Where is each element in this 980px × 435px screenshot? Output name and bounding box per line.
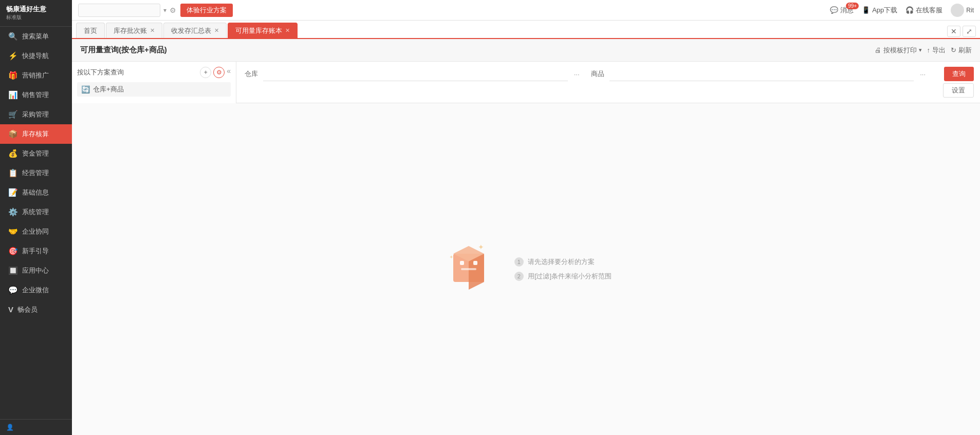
scheme-header: 按以下方案查询 + ⚙ «	[77, 67, 231, 78]
page-title: 可用量查询(按仓库+商品)	[80, 45, 167, 55]
logo-sub: 标准版	[6, 14, 66, 21]
tab-close-icon[interactable]: ✕	[150, 27, 155, 34]
collapse-icon[interactable]: «	[227, 67, 231, 78]
scheme-icon: 🔄	[81, 85, 90, 93]
sidebar-item-app[interactable]: 🔲 应用中心	[0, 261, 72, 280]
edit-scheme-button[interactable]: ⚙	[213, 67, 225, 78]
tab-close-icon[interactable]: ✕	[285, 27, 290, 34]
tabs-bar: 首页 库存批次账 ✕ 收发存汇总表 ✕ 可用量库存账本 ✕ ✕ ⤢	[72, 21, 980, 39]
footer-icon: 👤	[6, 424, 14, 431]
tab-receipt-summary[interactable]: 收发存汇总表 ✕	[163, 23, 227, 38]
goods-input[interactable]	[609, 67, 914, 81]
sidebar-item-purchase[interactable]: 🛒 采购管理	[0, 105, 72, 124]
chevron-down-icon[interactable]: ▾	[163, 7, 167, 14]
sidebar-item-label: 新手引导	[22, 247, 49, 256]
tip-text-1: 请先选择要分析的方案	[528, 257, 595, 267]
avatar	[951, 4, 964, 17]
sidebar-item-label: 应用中心	[22, 266, 49, 275]
sidebar-item-shortcut[interactable]: ⚡ 快捷导航	[0, 46, 72, 66]
clipboard-icon: 📋	[8, 168, 18, 178]
svg-text:✦: ✦	[449, 254, 453, 260]
app-download-label: App下载	[872, 6, 897, 15]
sidebar-scroll: 🔍 搜索菜单 ⚡ 快捷导航 🎁 营销推广 📊 销售管理 🛒 采购管理 📦 库存核…	[0, 27, 72, 419]
scheme-header-label: 按以下方案查询	[77, 68, 124, 77]
tab-close-icon[interactable]: ✕	[214, 27, 219, 34]
sidebar-footer: 👤	[0, 419, 72, 435]
sidebar-item-label: 库存核算	[22, 129, 49, 139]
export-action[interactable]: ↑ 导出	[927, 46, 946, 55]
sidebar-item-cooperation[interactable]: 🤝 企业协同	[0, 222, 72, 241]
sidebar-item-label: 企业协同	[22, 227, 49, 236]
message-action[interactable]: 💬 消息 99+	[830, 6, 854, 15]
logo-title: 畅康通好生意	[6, 5, 66, 14]
sidebar-item-finance[interactable]: 💰 资金管理	[0, 144, 72, 163]
sidebar-item-label: 畅会员	[17, 305, 38, 314]
warehouse-input[interactable]	[263, 67, 568, 81]
refresh-label: 刷新	[958, 46, 972, 55]
page-header: 可用量查询(按仓库+商品) 🖨 按模板打印 ▾ ↑ 导出 ↻ 刷新	[72, 39, 980, 62]
add-scheme-button[interactable]: +	[200, 67, 211, 78]
tab-batch-account[interactable]: 库存批次账 ✕	[106, 23, 162, 38]
sidebar-item-label: 营销推广	[22, 71, 49, 80]
page-content: 可用量查询(按仓库+商品) 🖨 按模板打印 ▾ ↑ 导出 ↻ 刷新	[72, 39, 980, 435]
vip-icon: V	[8, 305, 13, 314]
sidebar-item-marketing[interactable]: 🎁 营销推广	[0, 66, 72, 85]
sidebar-item-sales[interactable]: 📊 销售管理	[0, 85, 72, 105]
svg-rect-4	[473, 261, 477, 265]
scheme-panel: 按以下方案查询 + ⚙ « 🔄 仓库+商品	[72, 62, 236, 103]
empty-state: ✦ ✦ 1 请先选择要分析的方案 2 用[过滤]条件来缩小分析范围	[72, 103, 980, 435]
customer-service-action[interactable]: 🎧 在线客服	[905, 6, 942, 15]
scheme-item-warehouse-goods[interactable]: 🔄 仓库+商品	[77, 82, 231, 97]
sidebar-item-search[interactable]: 🔍 搜索菜单	[0, 27, 72, 46]
empty-tip-2: 2 用[过滤]条件来缩小分析范围	[514, 272, 612, 281]
refresh-action[interactable]: ↻ 刷新	[951, 46, 972, 55]
empty-tip-1: 1 请先选择要分析的方案	[514, 257, 612, 267]
query-button[interactable]: 查询	[944, 67, 974, 81]
tip-number-2: 2	[514, 272, 524, 281]
svg-rect-5	[461, 268, 476, 270]
message-icon: 💬	[830, 6, 838, 14]
tab-home[interactable]: 首页	[76, 23, 105, 38]
phone-icon: 📱	[862, 6, 870, 14]
filter-area: 仓库 ··· 商品 ···	[236, 62, 937, 103]
chart-icon: 📊	[8, 90, 18, 100]
sidebar-item-member[interactable]: V 畅会员	[0, 300, 72, 319]
target-icon: 🎯	[8, 247, 18, 256]
sidebar-item-label: 搜索菜单	[22, 32, 49, 41]
scheme-item-label: 仓库+商品	[93, 85, 124, 94]
sidebar-item-label: 企业微信	[22, 286, 49, 295]
settings-button[interactable]: 设置	[943, 83, 974, 98]
chat-icon: 💬	[8, 286, 18, 295]
handshake-icon: 🤝	[8, 227, 18, 236]
topbar-search-area: ▾ ⚙	[78, 4, 176, 17]
print-label: 按模板打印	[883, 46, 917, 55]
tab-available-qty[interactable]: 可用量库存账本 ✕	[228, 23, 298, 38]
print-action[interactable]: 🖨 按模板打印 ▾	[875, 46, 922, 55]
sidebar-logo: 畅康通好生意 标准版	[0, 0, 72, 27]
filter-row-warehouse: 仓库 ··· 商品 ···	[245, 67, 929, 81]
warehouse-more-button[interactable]: ···	[571, 69, 583, 79]
empty-svg-icon: ✦ ✦	[440, 238, 497, 295]
industry-button[interactable]: 体验行业方案	[180, 4, 233, 17]
sidebar-item-operations[interactable]: 📋 经营管理	[0, 163, 72, 183]
sidebar-item-system[interactable]: ⚙️ 系统管理	[0, 202, 72, 222]
tab-expand-button[interactable]: ⤢	[963, 26, 976, 37]
sidebar-item-inventory[interactable]: 📦 库存核算	[0, 124, 72, 144]
user-avatar-action[interactable]: Rit	[951, 4, 974, 17]
goods-more-button[interactable]: ···	[917, 69, 929, 79]
sidebar-item-basic[interactable]: 📝 基础信息	[0, 183, 72, 202]
sidebar-item-label: 销售管理	[22, 90, 49, 100]
sidebar-item-label: 基础信息	[22, 188, 49, 197]
tip-text-2: 用[过滤]条件来缩小分析范围	[528, 272, 612, 281]
sidebar-item-label: 采购管理	[22, 110, 49, 119]
refresh-icon: ↻	[951, 46, 956, 54]
sidebar-item-guide[interactable]: 🎯 新手引导	[0, 241, 72, 261]
app-download-action[interactable]: 📱 App下载	[862, 6, 897, 15]
app-icon: 🔲	[8, 266, 18, 275]
sidebar-item-label: 资金管理	[22, 149, 49, 158]
topbar-search-input[interactable]	[78, 4, 160, 17]
sidebar-item-wechat[interactable]: 💬 企业微信	[0, 280, 72, 300]
settings-icon[interactable]: ⚙	[170, 6, 176, 14]
warehouse-label: 仓库	[245, 69, 260, 79]
tab-close-button[interactable]: ✕	[947, 26, 960, 37]
